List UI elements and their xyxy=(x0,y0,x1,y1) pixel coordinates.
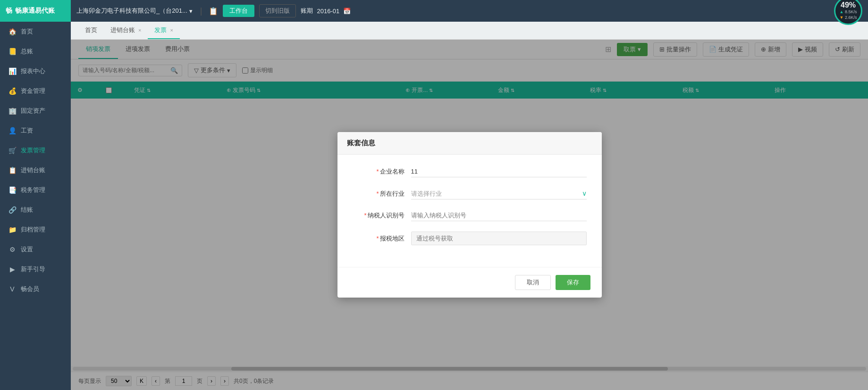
sidebar-icon-closing: 🔗 xyxy=(8,206,16,214)
speed-download: ▼ 2.6K/s xyxy=(840,15,857,21)
sidebar-item-home[interactable]: 🏠首页 xyxy=(0,22,71,41)
industry-select[interactable]: 请选择行业 xyxy=(411,190,582,197)
sidebar-icon-funds: 💰 xyxy=(8,87,16,95)
topbar: 上海卯金刀电子科技有限公司_（台201... ▾ | 📋 工作台 切到旧版 账期… xyxy=(71,0,868,22)
sidebar-item-tax[interactable]: 📑税务管理 xyxy=(0,180,71,200)
sidebar-item-purchase[interactable]: 📋进销台账 xyxy=(0,160,71,180)
sidebar-label-guide: 新手引导 xyxy=(21,265,45,274)
sidebar-icon-guide: ▶ xyxy=(8,266,16,273)
sidebar-label-purchase: 进销台账 xyxy=(21,166,45,174)
sidebar-icon-purchase: 📋 xyxy=(8,166,16,174)
sidebar-label-ledger: 总账 xyxy=(21,47,33,56)
page-tab-purchase[interactable]: 进销台账 × xyxy=(104,22,148,39)
page-tab-close-invoice[interactable]: × xyxy=(169,27,173,33)
content-area: 销项发票进项发票费用小票 ⊞ 取票 ▾ ⊞ 批量操作 📄 生成凭证 ⊕ 新增 xyxy=(71,40,868,390)
sidebar-icon-reports: 📊 xyxy=(8,67,16,75)
sidebar-item-funds[interactable]: 💰资金管理 xyxy=(0,81,71,101)
sidebar-label-home: 首页 xyxy=(21,27,33,36)
tax-region-input xyxy=(411,232,587,245)
sidebar-item-closing[interactable]: 🔗结账 xyxy=(0,200,71,220)
cancel-button[interactable]: 取消 xyxy=(515,275,551,290)
company-name: 上海卯金刀电子科技有限公司_（台201... xyxy=(76,7,187,15)
speed-upload: ▲ 8.5K/s xyxy=(840,9,857,15)
sidebar-label-member: 畅会员 xyxy=(21,285,39,293)
industry-chevron: ∨ xyxy=(582,190,587,197)
sidebar-icon-archive: 📁 xyxy=(8,226,16,233)
dialog-footer: 取消 保存 xyxy=(337,267,602,298)
industry-row: *所在行业 请选择行业 ∨ xyxy=(353,188,587,199)
sidebar-item-ledger[interactable]: 📒总账 xyxy=(0,41,71,61)
tax-region-label: *报税地区 xyxy=(353,234,405,243)
sidebar-icon-assets: 🏢 xyxy=(8,107,16,115)
sidebar-item-guide[interactable]: ▶新手引导 xyxy=(0,259,71,279)
sidebar-label-closing: 结账 xyxy=(21,206,33,214)
sidebar-item-invoice[interactable]: 🛒发票管理 xyxy=(0,141,71,160)
sidebar-item-payroll[interactable]: 👤工资 xyxy=(0,121,71,141)
calendar-icon[interactable]: 📅 xyxy=(343,8,351,15)
sidebar-label-reports: 报表中心 xyxy=(21,67,45,75)
sidebar-icon-payroll: 👤 xyxy=(8,127,16,134)
switch-old-button[interactable]: 切到旧版 xyxy=(259,4,296,17)
copy-icon[interactable]: 📋 xyxy=(209,7,218,16)
tax-id-input[interactable] xyxy=(411,210,587,221)
sidebar-item-settings[interactable]: ⚙设置 xyxy=(0,240,71,259)
sidebar-label-assets: 固定资产 xyxy=(21,107,45,115)
period-label: 账期 2016-01 📅 xyxy=(301,7,351,15)
company-name-label: *企业名称 xyxy=(353,167,405,176)
page-tabs: 首页进销台账 ×发票 × xyxy=(71,22,868,40)
sidebar-icon-invoice: 🛒 xyxy=(8,147,16,154)
speed-percent: 49% xyxy=(841,1,856,9)
save-button[interactable]: 保存 xyxy=(556,275,590,290)
page-tab-invoice[interactable]: 发票 × xyxy=(148,22,179,39)
logo-text: 畅康通易代账 xyxy=(15,7,55,15)
page-tab-label-purchase: 进销台账 xyxy=(110,26,135,33)
sidebar-icon-ledger: 📒 xyxy=(8,48,16,55)
page-tab-label-invoice: 发票 xyxy=(154,26,167,33)
dialog-body: *企业名称 *所在行业 请选择行业 ∨ xyxy=(337,155,602,267)
logo-icon: 畅 xyxy=(6,7,12,15)
company-name-input[interactable] xyxy=(411,166,587,177)
sidebar: 畅 畅康通易代账 🏠首页📒总账📊报表中心💰资金管理🏢固定资产👤工资🛒发票管理📋进… xyxy=(0,0,71,390)
company-name-row: *企业名称 xyxy=(353,166,587,177)
main-area: 上海卯金刀电子科技有限公司_（台201... ▾ | 📋 工作台 切到旧版 账期… xyxy=(71,0,868,390)
page-tab-home[interactable]: 首页 xyxy=(78,22,104,39)
sidebar-label-invoice: 发票管理 xyxy=(21,146,45,155)
sidebar-item-archive[interactable]: 📁归档管理 xyxy=(0,220,71,240)
sidebar-item-member[interactable]: V畅会员 xyxy=(0,279,71,299)
sidebar-item-reports[interactable]: 📊报表中心 xyxy=(0,61,71,81)
sidebar-label-payroll: 工资 xyxy=(21,126,33,135)
page-tab-label-home: 首页 xyxy=(85,26,97,33)
industry-select-wrap: 请选择行业 ∨ xyxy=(411,188,587,199)
modal-overlay[interactable]: 账套信息 *企业名称 *所在行业 xyxy=(71,40,868,390)
sidebar-icon-tax: 📑 xyxy=(8,186,16,194)
app-logo: 畅 畅康通易代账 xyxy=(0,0,71,22)
sidebar-label-settings: 设置 xyxy=(21,245,33,254)
tax-id-row: *纳税人识别号 xyxy=(353,210,587,221)
dialog-title: 账套信息 xyxy=(337,132,602,155)
sidebar-icon-settings: ⚙ xyxy=(8,246,16,253)
tax-region-row: *报税地区 xyxy=(353,232,587,245)
company-chevron: ▾ xyxy=(189,8,193,15)
account-info-dialog: 账套信息 *企业名称 *所在行业 xyxy=(337,132,602,298)
sidebar-icon-member: V xyxy=(8,285,16,293)
sidebar-item-assets[interactable]: 🏢固定资产 xyxy=(0,101,71,121)
sidebar-label-funds: 资金管理 xyxy=(21,87,45,95)
workbench-button[interactable]: 工作台 xyxy=(223,5,254,17)
page-tab-close-purchase[interactable]: × xyxy=(137,27,141,33)
sidebar-label-tax: 税务管理 xyxy=(21,186,45,194)
sidebar-label-archive: 归档管理 xyxy=(21,225,45,234)
industry-label: *所在行业 xyxy=(353,190,405,198)
company-selector[interactable]: 上海卯金刀电子科技有限公司_（台201... ▾ xyxy=(76,7,193,15)
sidebar-icon-home: 🏠 xyxy=(8,28,16,35)
tax-id-label: *纳税人识别号 xyxy=(353,211,405,220)
